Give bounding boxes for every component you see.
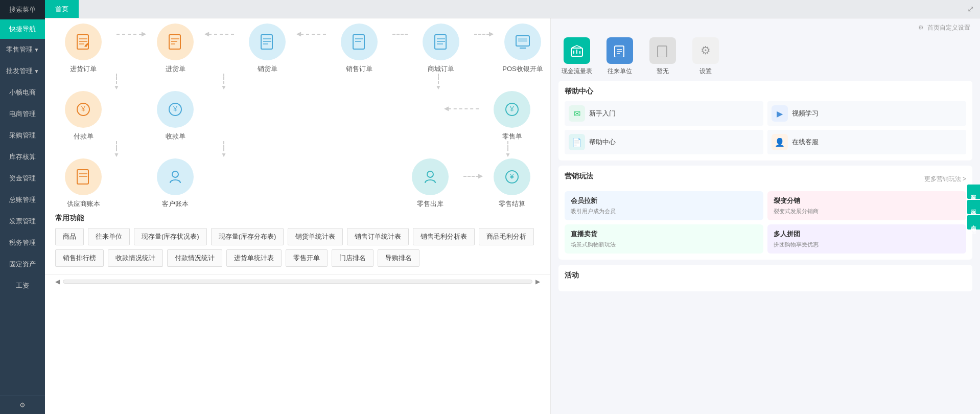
help-item-online-support[interactable]: 👤 在线客服 <box>767 130 966 154</box>
quick-btn-sales-margin[interactable]: 销售毛利分析表 <box>413 228 475 245</box>
left-panel: 进货订单 ▶ 进货 <box>45 18 551 414</box>
sidebar-item-general-ledger[interactable]: 总账管理 <box>0 189 45 211</box>
quick-icon-none[interactable]: 暂无 <box>644 37 681 76</box>
marketing-item-fission[interactable]: 裂变分销 裂变式发展分销商 <box>767 191 966 220</box>
flow-node-sales-order[interactable]: 销售订单 <box>326 24 392 74</box>
settings-icon-box: ⚙ <box>692 37 719 64</box>
scroll-track[interactable] <box>63 280 532 284</box>
flow-circle-retail-out <box>412 158 449 195</box>
float-btn-community[interactable]: 服务社区 <box>967 200 980 214</box>
sidebar-quicknav[interactable]: 快捷导航 <box>0 19 45 39</box>
flow-node-customer-ledger[interactable]: 客户账本 <box>142 158 208 209</box>
chevron-icon: ▼ <box>34 68 39 74</box>
tab-home[interactable]: 首页 <box>45 0 79 18</box>
help-item-beginner[interactable]: ✉ 新手入门 <box>565 101 763 126</box>
marketing-title: 营销玩法 <box>565 172 593 181</box>
sidebar: 搜索菜单 快捷导航 零售管理 ▼ 批发管理 ▼ 小畅电商 电商管理 采购管理 库… <box>0 0 45 414</box>
flow-node-retail-out[interactable]: 零售出库 <box>397 158 463 209</box>
none-label: 暂无 <box>657 67 669 76</box>
quick-icon-settings[interactable]: ⚙ 设置 <box>687 37 724 76</box>
svg-rect-12 <box>353 35 364 49</box>
fission-desc: 裂变式发展分销商 <box>774 208 960 215</box>
flow-label-purchase: 进货单 <box>166 64 185 74</box>
sidebar-item-tax[interactable]: 税务管理 <box>0 232 45 254</box>
flow-label-purchase-order: 进货订单 <box>70 64 97 74</box>
quick-btn-goods-margin[interactable]: 商品毛利分析 <box>479 228 534 245</box>
more-marketing-link[interactable]: 更多营销玩法 > <box>924 175 966 183</box>
sidebar-item-retail[interactable]: 零售管理 ▼ <box>0 39 45 60</box>
svg-rect-15 <box>435 35 446 49</box>
marketing-item-group[interactable]: 多人拼团 拼团购物享受优惠 <box>767 224 966 254</box>
partner-icon-box <box>606 37 633 64</box>
home-customize[interactable]: ⚙ 首页自定义设置 <box>558 24 972 32</box>
flow-node-payment[interactable]: ¥ 付款单 <box>50 91 116 141</box>
flow-node-pos[interactable]: POS收银开单 <box>489 24 551 74</box>
float-btn-desktop[interactable]: 桌面快捷 <box>967 215 980 229</box>
retail-order-area: ◀ ¥ 零售单 <box>448 91 545 141</box>
gear-icon: ⚙ <box>19 401 26 409</box>
sidebar-settings[interactable]: ⚙ <box>0 396 45 414</box>
scroll-bar-area: ◀ ▶ <box>45 274 550 288</box>
sidebar-item-invoice[interactable]: 发票管理 <box>0 211 45 232</box>
live-title: 直播卖货 <box>571 229 757 239</box>
scroll-left-arrow[interactable]: ◀ <box>55 278 60 285</box>
activity-section: 活动 <box>558 265 972 291</box>
quick-btn-stock-status[interactable]: 现存量(库存状况表) <box>134 228 207 245</box>
flow-label-supplier-ledger: 供应商账本 <box>67 199 100 209</box>
workflow-row2: ¥ 付款单 ¥ 收款单 <box>50 91 545 141</box>
sidebar-item-finance[interactable]: 资金管理 <box>0 168 45 189</box>
tabbar: 首页 ⤢ <box>45 0 980 18</box>
quick-btn-partner[interactable]: 往来单位 <box>88 228 130 245</box>
scroll-right-arrow[interactable]: ▶ <box>535 278 540 285</box>
support-label: 在线客服 <box>792 137 819 147</box>
flow-node-receipt[interactable]: ¥ 收款单 <box>142 91 208 141</box>
helpcenter-icon: 📄 <box>569 134 585 150</box>
quick-functions-grid: 商品 往来单位 现存量(库存状况表) 现存量(库存分布表) 销货单统计表 销售订… <box>55 228 540 267</box>
v-arrows-row1-2: ▼ ▼ ▼ <box>50 74 545 91</box>
workflow-row1: 进货订单 ▶ 进货 <box>50 24 545 74</box>
sidebar-item-inventory[interactable]: 库存核算 <box>0 146 45 168</box>
flow-circle-purchase-order <box>65 24 102 60</box>
quick-btn-sales-stat[interactable]: 销货单统计表 <box>288 228 343 245</box>
flow-label-receipt: 收款单 <box>166 132 185 141</box>
quick-icons-row: 现金流量表 往来单位 暂无 ⚙ <box>558 37 972 76</box>
quick-btn-sales-rank[interactable]: 销售排行榜 <box>55 249 104 267</box>
flow-node-mall-order[interactable]: 商城订单 <box>408 24 474 74</box>
flow-node-purchase[interactable]: 进货单 <box>142 24 208 74</box>
expand-icon[interactable]: ⤢ <box>961 4 980 14</box>
sidebar-item-wholesale[interactable]: 批发管理 ▼ <box>0 60 45 82</box>
marketing-item-live[interactable]: 直播卖货 场景式购物新玩法 <box>565 224 763 254</box>
sidebar-search[interactable]: 搜索菜单 <box>0 0 45 19</box>
flow-label-retail-settle: 零售结算 <box>499 199 525 209</box>
float-btn-service[interactable]: 客服热线 <box>967 185 980 199</box>
help-item-video[interactable]: ▶ 视频学习 <box>767 101 966 126</box>
beginner-icon: ✉ <box>569 105 585 122</box>
quick-btn-receipt-stat[interactable]: 收款情况统计 <box>108 249 163 267</box>
quick-btn-goods[interactable]: 商品 <box>55 228 84 245</box>
quick-icon-partner[interactable]: 往来单位 <box>601 37 638 76</box>
quick-btn-retail-order[interactable]: 零售开单 <box>286 249 328 267</box>
flow-node-retail-order[interactable]: ¥ 零售单 <box>479 91 545 141</box>
sidebar-item-ecommerce-mgmt[interactable]: 电商管理 <box>0 103 45 125</box>
marketing-item-member[interactable]: 会员拉新 吸引用户成为会员 <box>565 191 763 220</box>
quick-btn-payment-stat[interactable]: 付款情况统计 <box>167 249 222 267</box>
sidebar-item-purchase[interactable]: 采购管理 <box>0 125 45 146</box>
help-item-help-center[interactable]: 📄 帮助中心 <box>565 130 763 154</box>
quick-btn-sales-order-stat[interactable]: 销售订单统计表 <box>347 228 409 245</box>
sidebar-item-fixed-assets[interactable]: 固定资产 <box>0 254 45 275</box>
quick-btn-guide-rank[interactable]: 导购排名 <box>378 249 419 267</box>
quick-icon-cashflow[interactable]: 现金流量表 <box>558 37 595 76</box>
partner-label: 往来单位 <box>608 67 632 76</box>
flow-node-sales[interactable]: 销货单 <box>234 24 300 74</box>
flow-node-supplier-ledger[interactable]: 供应商账本 <box>50 158 116 209</box>
flow-node-purchase-order[interactable]: 进货订单 <box>50 24 116 74</box>
sidebar-item-salary[interactable]: 工资 <box>0 275 45 296</box>
quick-btn-purchase-stat[interactable]: 进货单统计表 <box>226 249 282 267</box>
main-area: 首页 ⤢ 进货订单 <box>45 0 980 414</box>
quick-btn-store-rank[interactable]: 门店排名 <box>332 249 374 267</box>
member-desc: 吸引用户成为会员 <box>571 208 757 215</box>
member-title: 会员拉新 <box>571 196 757 205</box>
flow-node-retail-settle[interactable]: ¥ 零售结算 <box>479 158 545 209</box>
sidebar-item-ecommerce-small[interactable]: 小畅电商 <box>0 82 45 103</box>
quick-btn-stock-dist[interactable]: 现存量(库存分布表) <box>211 228 284 245</box>
